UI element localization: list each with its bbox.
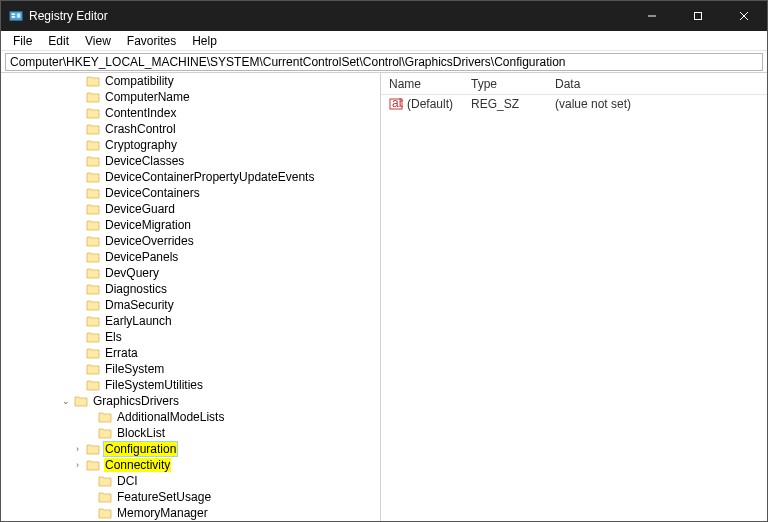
close-button[interactable] bbox=[721, 1, 767, 31]
menu-bar: File Edit View Favorites Help bbox=[1, 31, 767, 51]
tree-node[interactable]: ComputerName bbox=[1, 89, 380, 105]
tree-label: Configuration bbox=[104, 442, 177, 456]
chevron-right-icon[interactable]: › bbox=[71, 459, 84, 472]
tree-node[interactable]: Errata bbox=[1, 345, 380, 361]
tree-label: DevicePanels bbox=[104, 250, 179, 264]
folder-icon bbox=[86, 139, 100, 151]
col-header-type[interactable]: Type bbox=[463, 77, 547, 91]
title-bar[interactable]: Registry Editor bbox=[1, 1, 767, 31]
content-area: CompatibilityComputerNameContentIndexCra… bbox=[1, 73, 767, 521]
value-data: (value not set) bbox=[547, 97, 767, 111]
svg-text:ab: ab bbox=[392, 97, 403, 110]
tree-node[interactable]: AdditionalModeLists bbox=[1, 409, 380, 425]
tree-label: Els bbox=[104, 330, 123, 344]
tree-scroll[interactable]: CompatibilityComputerNameContentIndexCra… bbox=[1, 73, 380, 521]
folder-icon bbox=[86, 219, 100, 231]
folder-icon bbox=[86, 331, 100, 343]
tree-node[interactable]: FileSystem bbox=[1, 361, 380, 377]
folder-icon bbox=[98, 491, 112, 503]
tree-label: ContentIndex bbox=[104, 106, 177, 120]
tree-label: Cryptography bbox=[104, 138, 178, 152]
folder-icon bbox=[86, 251, 100, 263]
tree-pane: CompatibilityComputerNameContentIndexCra… bbox=[1, 73, 381, 521]
folder-icon bbox=[86, 379, 100, 391]
svg-rect-1 bbox=[12, 13, 16, 15]
reg-string-icon: ab bbox=[389, 97, 403, 111]
tree-label: MemoryManager bbox=[116, 506, 209, 520]
menu-help[interactable]: Help bbox=[184, 32, 225, 50]
tree-label: FileSystemUtilities bbox=[104, 378, 204, 392]
chevron-down-icon[interactable]: ⌄ bbox=[59, 395, 72, 408]
folder-icon bbox=[86, 107, 100, 119]
tree-label: DmaSecurity bbox=[104, 298, 175, 312]
folder-icon bbox=[86, 123, 100, 135]
tree-label: FileSystem bbox=[104, 362, 165, 376]
tree-node[interactable]: DeviceOverrides bbox=[1, 233, 380, 249]
tree-label: FeatureSetUsage bbox=[116, 490, 212, 504]
tree-node[interactable]: DCI bbox=[1, 473, 380, 489]
address-input[interactable] bbox=[5, 53, 763, 71]
tree-label: CrashControl bbox=[104, 122, 177, 136]
folder-icon bbox=[86, 235, 100, 247]
tree-node[interactable]: DevicePanels bbox=[1, 249, 380, 265]
tree-node[interactable]: DeviceClasses bbox=[1, 153, 380, 169]
tree-label: DeviceOverrides bbox=[104, 234, 195, 248]
folder-icon bbox=[86, 187, 100, 199]
tree-label: BlockList bbox=[116, 426, 166, 440]
tree-label: AdditionalModeLists bbox=[116, 410, 225, 424]
menu-view[interactable]: View bbox=[77, 32, 119, 50]
svg-rect-2 bbox=[12, 16, 16, 18]
tree-label: DeviceContainers bbox=[104, 186, 201, 200]
svg-rect-5 bbox=[695, 13, 702, 20]
tree-node[interactable]: DmaSecurity bbox=[1, 297, 380, 313]
tree-label: Diagnostics bbox=[104, 282, 168, 296]
tree-node[interactable]: BlockList bbox=[1, 425, 380, 441]
tree-label: DCI bbox=[116, 474, 139, 488]
tree-node[interactable]: CrashControl bbox=[1, 121, 380, 137]
menu-file[interactable]: File bbox=[5, 32, 40, 50]
list-row[interactable]: ab(Default)REG_SZ(value not set) bbox=[381, 95, 767, 113]
tree-node[interactable]: DeviceGuard bbox=[1, 201, 380, 217]
minimize-button[interactable] bbox=[629, 1, 675, 31]
tree-node[interactable]: MemoryManager bbox=[1, 505, 380, 521]
chevron-right-icon[interactable]: › bbox=[71, 443, 84, 456]
folder-icon bbox=[86, 347, 100, 359]
tree-label: Connectivity bbox=[104, 458, 171, 472]
tree-node[interactable]: ›Connectivity bbox=[1, 457, 380, 473]
list-header: Name Type Data bbox=[381, 73, 767, 95]
tree-node[interactable]: Diagnostics bbox=[1, 281, 380, 297]
tree-label: GraphicsDrivers bbox=[92, 394, 180, 408]
tree-node[interactable]: EarlyLaunch bbox=[1, 313, 380, 329]
tree-node[interactable]: DevQuery bbox=[1, 265, 380, 281]
value-name: (Default) bbox=[407, 97, 453, 111]
menu-edit[interactable]: Edit bbox=[40, 32, 77, 50]
window-title: Registry Editor bbox=[29, 9, 629, 23]
menu-favorites[interactable]: Favorites bbox=[119, 32, 184, 50]
maximize-button[interactable] bbox=[675, 1, 721, 31]
folder-icon bbox=[86, 203, 100, 215]
folder-icon bbox=[98, 427, 112, 439]
tree-node[interactable]: DeviceContainerPropertyUpdateEvents bbox=[1, 169, 380, 185]
tree-node[interactable]: ›Configuration bbox=[1, 441, 380, 457]
folder-icon bbox=[74, 395, 88, 407]
tree-label: DeviceGuard bbox=[104, 202, 176, 216]
col-header-data[interactable]: Data bbox=[547, 77, 767, 91]
tree-label: Errata bbox=[104, 346, 139, 360]
col-header-name[interactable]: Name bbox=[381, 77, 463, 91]
tree-node[interactable]: Cryptography bbox=[1, 137, 380, 153]
value-type: REG_SZ bbox=[463, 97, 547, 111]
tree-node[interactable]: DeviceContainers bbox=[1, 185, 380, 201]
tree-node[interactable]: Els bbox=[1, 329, 380, 345]
tree-node[interactable]: ⌄GraphicsDrivers bbox=[1, 393, 380, 409]
tree-label: ComputerName bbox=[104, 90, 191, 104]
tree-node[interactable]: DeviceMigration bbox=[1, 217, 380, 233]
tree-label: Compatibility bbox=[104, 74, 175, 88]
tree-label: DeviceClasses bbox=[104, 154, 185, 168]
folder-icon bbox=[98, 475, 112, 487]
tree-node[interactable]: FeatureSetUsage bbox=[1, 489, 380, 505]
tree-node[interactable]: ContentIndex bbox=[1, 105, 380, 121]
tree-node[interactable]: Compatibility bbox=[1, 73, 380, 89]
folder-icon bbox=[86, 91, 100, 103]
tree-node[interactable]: FileSystemUtilities bbox=[1, 377, 380, 393]
folder-icon bbox=[98, 411, 112, 423]
